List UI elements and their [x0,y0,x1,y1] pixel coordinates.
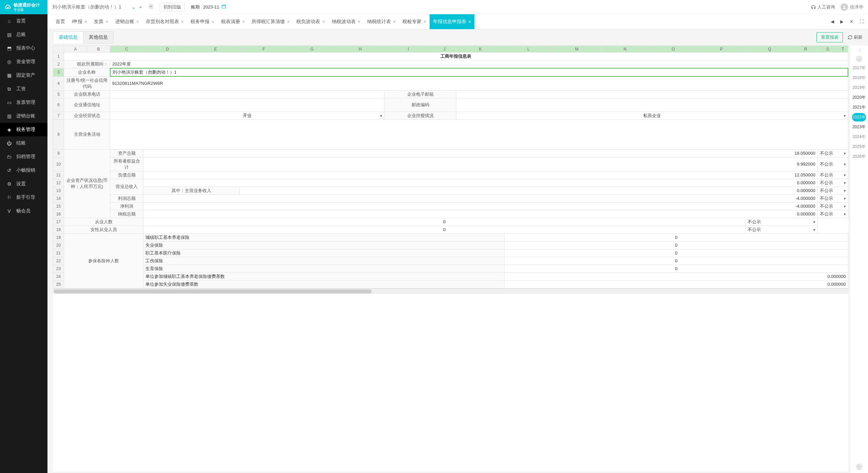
add-icon[interactable]: ＋ [138,4,143,10]
sidebar-item-12[interactable]: ⚙设置 [0,177,47,191]
row-header[interactable]: 7 [53,112,64,119]
row-header[interactable]: 18 [53,226,64,233]
dropdown-icon[interactable]: ▼ [843,189,847,192]
cell[interactable]: 9.992000 [143,157,818,171]
row-header[interactable]: 1 [53,53,64,60]
col-header[interactable]: T [838,46,848,53]
row-header[interactable]: 6 [53,98,64,112]
tab-1[interactable]: i申报× [68,14,91,29]
visibility-select[interactable]: 不公示▼ [817,210,848,218]
horizontal-scrollbar[interactable] [53,288,848,294]
dropdown-icon[interactable]: ▼ [843,114,847,117]
col-header[interactable]: B [87,46,110,53]
close-icon[interactable]: × [212,19,214,24]
row-header[interactable]: 24 [53,272,64,280]
cell[interactable]: 不公示▼ [746,226,817,233]
user-menu[interactable]: 徐泽华 [841,3,863,11]
year-down-icon[interactable]: ﹀ [856,463,863,470]
dropdown-icon[interactable]: ▼ [813,228,816,231]
subtab-1[interactable]: 其他信息 [83,31,114,43]
cell[interactable]: 0.000000 [240,187,817,194]
year-item[interactable]: 2019年 [850,83,868,93]
cell[interactable] [456,98,848,112]
row-header[interactable]: 4 [53,76,64,90]
sidebar-item-5[interactable]: ⧉工资 [0,82,47,96]
sidebar-item-0[interactable]: ⌂首页 [0,14,47,28]
cell[interactable]: 0.000000 [143,179,818,187]
sidebar-item-10[interactable]: 🗀归档管理 [0,150,47,164]
year-item[interactable]: 2023年 [850,122,868,132]
cell[interactable]: 0 [505,265,848,272]
dropdown-icon[interactable]: ▼ [813,220,816,224]
row-header[interactable]: 10 [53,157,64,171]
year-item[interactable]: 2021年 [850,102,868,112]
row-header[interactable]: 25 [53,280,64,288]
year-item[interactable]: 2022年 [852,113,866,121]
col-header[interactable]: M [553,46,601,53]
spreadsheet[interactable]: ABCDEFGHIJKLMNOPQRST 1工商年报信息表2税款所属期间：202… [53,45,848,472]
cell[interactable]: 12.050000 [143,171,818,179]
cell[interactable]: 不公示▼ [746,218,817,226]
visibility-select[interactable]: 不公示▼ [817,149,848,157]
row-header[interactable]: 3 [53,68,64,76]
year-item[interactable]: 2020年 [850,93,868,102]
close-icon[interactable]: × [84,19,87,24]
reset-button[interactable]: 重置报表 [816,32,843,42]
col-header[interactable]: H [336,46,384,53]
col-header[interactable]: I [384,46,432,53]
company-value[interactable]: 刘小艳演示账套（勿删勿动！）1 [110,68,848,76]
year-item[interactable]: 2024年 [850,132,868,142]
dropdown-icon[interactable]: ▼ [843,181,847,185]
dropdown-icon[interactable]: ▼ [843,173,847,177]
close-icon[interactable]: × [287,19,290,24]
visibility-select[interactable]: 不公示▼ [817,187,848,194]
cell[interactable]: 0 [505,233,848,241]
close-icon[interactable]: × [136,19,139,24]
tab-8[interactable]: 税负波动表× [293,14,328,29]
cell[interactable] [110,98,384,112]
cell[interactable]: 0.000000 [505,280,848,288]
sidebar-item-13[interactable]: ⚐新手引导 [0,191,47,204]
col-header[interactable]: Q [746,46,794,53]
close-icon[interactable]: × [393,19,396,24]
switch-old-button[interactable]: 切到旧版 [160,3,185,12]
year-up-icon[interactable]: ︿ [856,56,863,62]
year-item[interactable]: 2017年 [850,63,868,73]
col-header[interactable]: N [601,46,649,53]
tab-9[interactable]: 纳税波动表× [329,14,364,29]
sidebar-item-2[interactable]: ⬒报表中心 [0,41,47,55]
row-header[interactable]: 13 [53,187,64,194]
dropdown-icon[interactable]: ▼ [379,114,383,117]
row-header[interactable]: 14 [53,194,64,202]
tab-close-all-icon[interactable]: ✕ [848,18,855,25]
dropdown-icon[interactable]: ▼ [843,162,847,166]
year-item[interactable]: 2026年 [850,152,868,162]
close-icon[interactable]: × [423,19,426,24]
col-header[interactable]: E [192,46,240,53]
close-icon[interactable]: × [242,19,245,24]
corner-cell[interactable] [53,46,64,53]
row-header[interactable]: 5 [53,90,64,98]
sidebar-item-7[interactable]: ▥进销台账 [0,109,47,123]
close-icon[interactable]: × [468,19,471,24]
sidebar-item-8[interactable]: ◈税务管理 [0,123,47,136]
sidebar-item-11[interactable]: ↺小畅报销 [0,164,47,177]
tab-0[interactable]: 首页 [52,14,68,29]
visibility-select[interactable]: 不公示▼ [817,202,848,210]
sidebar-item-3[interactable]: ◎资金管理 [0,55,47,69]
sidebar-item-14[interactable]: V畅会员 [0,204,47,218]
row-header[interactable]: 9 [53,149,64,157]
col-header[interactable]: C [110,46,143,53]
row-header[interactable]: 17 [53,218,64,226]
cell[interactable] [456,90,848,98]
subtab-0[interactable]: 基础信息 [53,31,83,43]
tab-11[interactable]: 税检专家× [399,14,430,29]
close-icon[interactable]: × [322,19,325,24]
close-icon[interactable]: × [358,19,360,24]
col-header[interactable]: J [433,46,456,53]
row-header[interactable]: 8 [53,119,64,149]
visibility-select[interactable]: 不公示▼ [817,179,848,187]
status-select[interactable]: 开业▼ [110,112,384,119]
cell[interactable]: 0 [143,226,746,233]
dropdown-icon[interactable]: ▼ [843,196,847,200]
